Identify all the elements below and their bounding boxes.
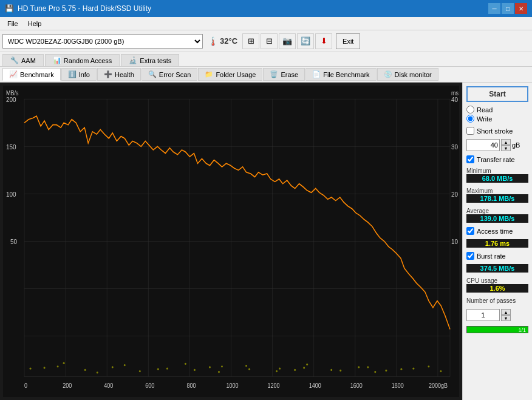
passes-input[interactable] [466, 309, 500, 321]
spinner-up[interactable]: ▲ [501, 139, 511, 145]
exit-button[interactable]: Exit [336, 33, 360, 49]
tab-random-access[interactable]: 📊 Random Access [45, 54, 120, 66]
svg-point-53 [358, 366, 360, 368]
average-label: Average [466, 208, 528, 214]
svg-text:400: 400 [104, 382, 113, 390]
icon-btn-2[interactable]: ⊟ [261, 33, 278, 49]
tab-extra-tests[interactable]: 🔬 Extra tests [121, 54, 179, 66]
svg-point-63 [428, 365, 429, 367]
erase-icon: 🗑️ [270, 70, 278, 78]
minimum-value: 68.0 MB/s [466, 174, 528, 183]
disk-monitor-icon: 💿 [384, 70, 392, 78]
minimum-stat: Minimum 68.0 MB/s [466, 168, 528, 183]
svg-point-49 [248, 368, 250, 370]
svg-point-70 [44, 367, 46, 368]
short-stroke-value[interactable] [466, 139, 500, 151]
chart-area: 200 150 100 50 MB/s 40 30 20 10 ms 0 200… [0, 83, 462, 400]
tab-error-scan[interactable]: 🔍 Error Scan [142, 68, 198, 81]
svg-point-56 [440, 370, 442, 372]
app-icon: 💾 [5, 4, 14, 13]
random-access-icon: 📊 [53, 56, 61, 64]
icon-btn-4[interactable]: 🔄 [297, 33, 314, 49]
tab-section: 🔧 AAM 📊 Random Access 🔬 Extra tests 📈 Be… [0, 52, 532, 83]
radio-read-input[interactable] [466, 106, 474, 114]
svg-text:0: 0 [24, 382, 27, 390]
svg-text:10: 10 [451, 237, 458, 245]
menu-bar: File Help [0, 17, 532, 30]
access-time-input[interactable] [466, 227, 474, 235]
access-time-checkbox[interactable]: Access time [466, 227, 528, 235]
access-time-value: 1.76 ms [466, 239, 528, 248]
tab-health[interactable]: ➕ Health [97, 68, 141, 81]
aam-icon: 🔧 [10, 56, 19, 64]
short-stroke-input[interactable] [466, 127, 474, 135]
svg-text:150: 150 [6, 143, 16, 151]
svg-point-52 [330, 369, 332, 371]
short-stroke-label: Short stroke [477, 127, 513, 135]
spinner-down[interactable]: ▼ [501, 145, 511, 151]
close-button[interactable]: ✕ [515, 3, 527, 14]
transfer-rate-checkbox[interactable]: Transfer rate [466, 155, 528, 163]
right-panel: Start Read Write Short stroke ▲ ▼ gB [462, 83, 532, 400]
tab-disk-monitor[interactable]: 💿 Disk monitor [377, 68, 438, 81]
svg-point-67 [279, 367, 281, 369]
menu-file[interactable]: File [2, 19, 23, 29]
svg-point-43 [84, 369, 86, 371]
menu-help[interactable]: Help [23, 19, 47, 29]
transfer-rate-label: Transfer rate [477, 156, 515, 163]
info-icon: ℹ️ [68, 70, 77, 78]
radio-write[interactable]: Write [466, 115, 528, 123]
tab-info[interactable]: ℹ️ Info [61, 68, 97, 81]
short-stroke-checkbox[interactable]: Short stroke [466, 127, 528, 135]
svg-point-68 [339, 370, 341, 371]
svg-point-41 [30, 367, 32, 369]
benchmark-icon: 📈 [9, 70, 18, 78]
svg-text:1800: 1800 [392, 382, 404, 390]
svg-point-44 [112, 366, 114, 368]
drive-selector[interactable]: WDC WD20EZAZ-00GGJB0 (2000 gB) [2, 34, 203, 49]
passes-spinner-down[interactable]: ▼ [501, 315, 511, 321]
maximize-button[interactable]: □ [502, 3, 514, 14]
minimize-button[interactable]: ─ [488, 3, 500, 14]
svg-text:50: 50 [10, 237, 17, 245]
tab-erase[interactable]: 🗑️ Erase [263, 68, 305, 81]
passes-row: ▲ ▼ [466, 309, 528, 321]
bottom-tabs: 📈 Benchmark ℹ️ Info ➕ Health 🔍 Error Sca… [0, 66, 532, 82]
svg-point-51 [303, 367, 305, 368]
cpu-usage-label: CPU usage [466, 277, 528, 284]
svg-point-64 [97, 371, 98, 373]
passes-spinner-up[interactable]: ▲ [501, 309, 511, 315]
radio-read[interactable]: Read [466, 106, 528, 114]
svg-point-50 [276, 370, 278, 372]
tab-benchmark[interactable]: 📈 Benchmark [2, 68, 61, 81]
transfer-rate-input[interactable] [466, 155, 474, 163]
maximum-stat: Maximum 178.1 MB/s [466, 188, 528, 203]
icon-btn-3[interactable]: 📷 [279, 33, 296, 49]
svg-text:30: 30 [451, 143, 458, 151]
icon-btn-5[interactable]: ⬇ [315, 33, 332, 49]
svg-point-65 [157, 368, 159, 370]
burst-rate-input[interactable] [466, 252, 474, 260]
icon-btn-1[interactable]: ⊞ [242, 33, 259, 49]
burst-rate-value: 374.5 MB/s [466, 264, 528, 273]
maximum-value: 178.1 MB/s [466, 194, 528, 203]
maximum-label: Maximum [466, 188, 528, 194]
tab-aam[interactable]: 🔧 AAM [2, 54, 44, 66]
radio-write-input[interactable] [466, 115, 474, 123]
svg-point-58 [124, 364, 126, 366]
main-content: 200 150 100 50 MB/s 40 30 20 10 ms 0 200… [0, 83, 532, 400]
title-bar-controls: ─ □ ✕ [488, 3, 527, 14]
burst-rate-checkbox[interactable]: Burst rate [466, 252, 528, 260]
svg-text:200: 200 [6, 95, 16, 103]
svg-point-60 [245, 365, 247, 367]
file-benchmark-icon: 📄 [312, 70, 321, 78]
title-bar: 💾 HD Tune Pro 5.75 - Hard Disk/SSD Utili… [0, 0, 532, 17]
progress-text: 1/1 [518, 327, 526, 333]
temperature-display: 🌡️ 32°C [204, 35, 241, 47]
spinner-buttons: ▲ ▼ [501, 139, 511, 151]
svg-point-46 [166, 367, 168, 369]
start-button[interactable]: Start [466, 86, 528, 102]
tab-file-benchmark[interactable]: 📄 File Benchmark [305, 68, 376, 81]
access-time-stat: 1.76 ms [466, 239, 528, 248]
tab-folder-usage[interactable]: 📁 Folder Usage [198, 68, 262, 81]
